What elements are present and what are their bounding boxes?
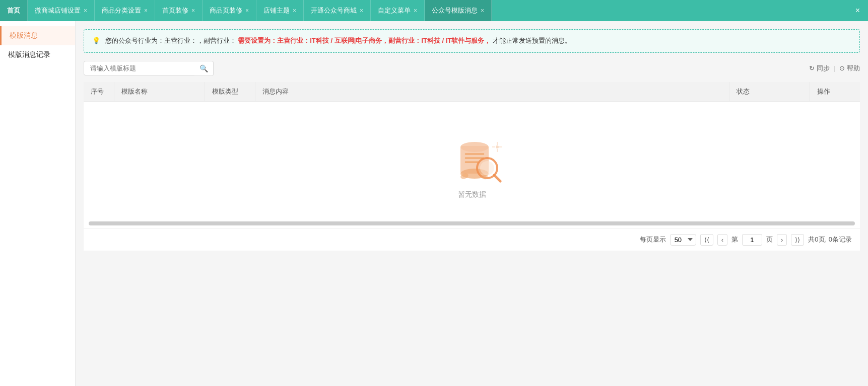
notice-box: 💡 您的公众号行业为：主营行业：，副营行业： 需要设置为：主营行业：IT科技 /… — [84, 29, 860, 53]
sync-button[interactable]: ↻ 同步 — [809, 64, 830, 73]
table-header-row: 序号 模版名称 模版类型 消息内容 状态 操作 — [84, 82, 860, 102]
data-table: 序号 模版名称 模版类型 消息内容 状态 操作 — [84, 82, 860, 219]
col-status: 状态 — [729, 82, 810, 102]
tab-close-icon[interactable]: × — [245, 7, 249, 14]
horizontal-scrollbar[interactable] — [89, 221, 855, 225]
sync-icon: ↻ — [809, 64, 815, 72]
tab-home[interactable]: 首页 — [0, 0, 28, 21]
tab-label: 商品分类设置 — [102, 6, 141, 15]
content-area: 💡 您的公众号行业为：主营行业：，副营行业： 需要设置为：主营行业：IT科技 /… — [76, 21, 868, 386]
sidebar: 模版消息 模版消息记录 — [0, 21, 76, 386]
next-page-icon: › — [781, 236, 783, 244]
sidebar-item-template-msg[interactable]: 模版消息 — [0, 26, 75, 45]
notice-text-after: 才能正常发送预置的消息。 — [493, 37, 571, 44]
svg-point-9 — [496, 145, 499, 148]
page-unit: 页 — [766, 235, 773, 244]
total-label: 共0页, 0条记录 — [808, 235, 852, 244]
svg-point-7 — [480, 161, 494, 175]
main-layout: 模版消息 模版消息记录 💡 您的公众号行业为：主营行业：，副营行业： 需要设置为… — [0, 21, 868, 386]
page-size-label: 每页显示 — [640, 235, 666, 244]
tab-open-mall[interactable]: 开通公众号商城 × — [304, 0, 371, 21]
empty-state-cell: 暂无数据 — [84, 101, 860, 219]
tab-label: 开通公众号商城 — [311, 6, 357, 15]
page-label: 第 — [731, 235, 738, 244]
next-page-button[interactable]: › — [777, 234, 787, 246]
tab-label: 商品页装修 — [210, 6, 242, 15]
tab-custom-menu[interactable]: 自定义菜单 × — [371, 0, 425, 21]
help-button[interactable]: ⊙ 帮助 — [839, 64, 860, 73]
svg-line-8 — [494, 175, 500, 181]
last-page-icon: ⟩⟩ — [795, 236, 800, 244]
first-page-icon: ⟨⟨ — [704, 236, 709, 244]
col-type: 模版类型 — [205, 82, 255, 102]
tab-close-icon[interactable]: × — [360, 7, 363, 14]
page-number-input[interactable] — [742, 234, 762, 246]
prev-page-button[interactable]: ‹ — [717, 234, 727, 246]
search-right: ↻ 同步 | ⊙ 帮助 — [809, 64, 860, 73]
tab-label: 店铺主题 — [263, 6, 290, 15]
help-icon: ⊙ — [839, 64, 845, 72]
col-action: 操作 — [810, 82, 860, 102]
first-page-button[interactable]: ⟨⟨ — [700, 234, 713, 246]
tab-template-msg[interactable]: 公众号模版消息 × — [425, 0, 492, 21]
tab-label: 自定义菜单 — [378, 6, 411, 15]
empty-state: 暂无数据 — [84, 102, 860, 219]
scrollbar-row — [84, 219, 860, 228]
tab-close-icon[interactable]: × — [144, 7, 148, 14]
tab-label: 公众号模版消息 — [432, 6, 478, 15]
tab-product-deco[interactable]: 商品页装修 × — [203, 0, 256, 21]
search-button[interactable]: 🔍 — [194, 61, 214, 76]
tab-wsc-settings[interactable]: 微商城店铺设置 × — [28, 0, 95, 21]
top-navigation: 首页 微商城店铺设置 × 商品分类设置 × 首页装修 × 商品页装修 × 店铺主… — [0, 0, 868, 21]
pagination: 每页显示 50 10 20 100 ⟨⟨ ‹ 第 页 › ⟩⟩ 共0页, 0条记… — [84, 228, 860, 251]
tab-close-icon[interactable]: × — [84, 7, 87, 14]
empty-state-row: 暂无数据 — [84, 101, 860, 219]
last-page-button[interactable]: ⟩⟩ — [791, 234, 804, 246]
global-close-button[interactable]: × — [847, 0, 868, 21]
notice-text-before: 您的公众号行业为：主营行业：，副营行业： — [105, 37, 236, 44]
search-left: 🔍 — [84, 61, 214, 76]
tab-label: 微商城店铺设置 — [35, 6, 81, 15]
tab-label: 首页装修 — [162, 6, 188, 15]
notice-icon: 💡 — [92, 37, 100, 44]
tab-category-settings[interactable]: 商品分类设置 × — [95, 0, 155, 21]
empty-text: 暂无数据 — [84, 190, 860, 199]
table-header: 序号 模版名称 模版类型 消息内容 状态 操作 — [84, 82, 860, 102]
divider: | — [834, 64, 835, 72]
notice-highlight-text: 需要设置为：主营行业：IT科技 / 互联网|电子商务，副营行业：IT科技 / I… — [238, 37, 491, 44]
help-label: 帮助 — [847, 64, 860, 73]
page-size-select[interactable]: 50 10 20 100 — [670, 234, 696, 246]
table-body: 暂无数据 — [84, 101, 860, 219]
tab-close-icon[interactable]: × — [293, 7, 296, 14]
sidebar-item-label: 模版消息记录 — [8, 50, 50, 58]
prev-page-icon: ‹ — [721, 236, 723, 244]
col-content: 消息内容 — [255, 82, 729, 102]
sync-label: 同步 — [817, 64, 830, 73]
sidebar-item-label: 模版消息 — [10, 31, 38, 39]
col-name: 模版名称 — [114, 82, 205, 102]
tab-close-icon[interactable]: × — [191, 7, 195, 14]
col-seq: 序号 — [84, 82, 114, 102]
tab-close-icon[interactable]: × — [481, 7, 484, 14]
empty-illustration — [447, 132, 497, 182]
search-bar: 🔍 ↻ 同步 | ⊙ 帮助 — [84, 61, 860, 76]
tab-home-label: 首页 — [7, 6, 20, 15]
sidebar-item-template-msg-log[interactable]: 模版消息记录 — [0, 45, 75, 64]
tab-home-deco[interactable]: 首页装修 × — [155, 0, 203, 21]
tab-store-theme[interactable]: 店铺主题 × — [256, 0, 304, 21]
search-input[interactable] — [84, 61, 194, 75]
search-icon: 🔍 — [199, 64, 208, 72]
tab-close-icon[interactable]: × — [414, 7, 417, 14]
